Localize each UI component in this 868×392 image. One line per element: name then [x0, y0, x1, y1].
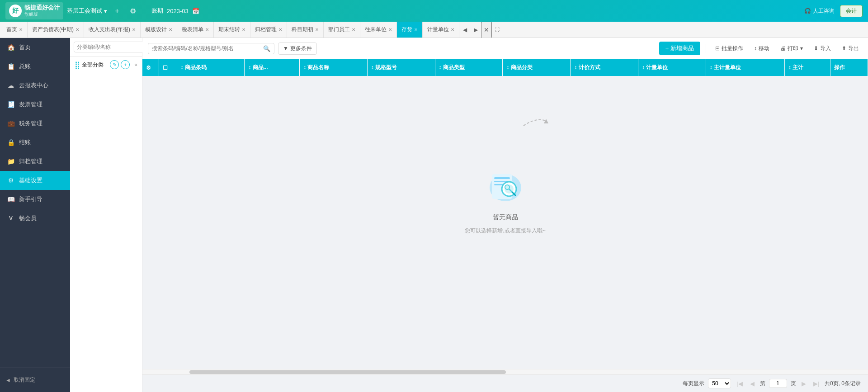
page-size-select[interactable]: 50 100 200 — [708, 378, 731, 388]
move-icon: ↕ — [754, 45, 757, 52]
logo-text: 畅捷通好会计 旗舰版 — [24, 4, 60, 18]
home-icon: 🏠 — [7, 44, 14, 51]
product-table: ⚙ ☐ ↕ 商品条码 ↕ 商品... ↕ 商品名称 — [142, 59, 868, 76]
member-icon: V — [7, 215, 14, 222]
col-main-unit[interactable]: ↕ 主计量单位 — [706, 59, 784, 76]
logo-area: 好 畅捷通好会计 旗舰版 — [5, 2, 63, 19]
batch-operation-button[interactable]: ⊟ 批量操作 — [712, 43, 747, 54]
tab-subject-close[interactable]: ✕ — [315, 27, 319, 32]
batch-icon: ⊟ — [715, 45, 720, 52]
category-header[interactable]: ⣿ 全部分类 ✎ + « — [70, 57, 142, 73]
filter-button[interactable]: ▼ 更多条件 — [278, 43, 317, 55]
tab-close-all-button[interactable]: ✕ — [481, 22, 492, 38]
print-button[interactable]: 🖨 打印 ▾ — [777, 43, 807, 54]
sidebar-item-guide[interactable]: 📖 新手引导 — [0, 190, 70, 209]
sidebar-item-checkout[interactable]: 🔒 结账 — [0, 133, 70, 152]
empty-state: 暂无商品 您可以选择新增,或者直接导入哦~ — [142, 76, 868, 271]
sidebar-item-reports[interactable]: ☁ 云报表中心 — [0, 76, 70, 95]
tab-home[interactable]: 首页 ✕ — [2, 22, 28, 38]
scroll-thumb[interactable] — [189, 370, 506, 374]
tab-tax-list[interactable]: 税表清单 ✕ — [177, 22, 214, 38]
col-type[interactable]: ↕ 商品类型 — [435, 59, 503, 76]
export-button[interactable]: ⬆ 导出 — [838, 43, 863, 54]
tab-template-close[interactable]: ✕ — [169, 27, 172, 32]
next-page-button[interactable]: ▶ — [800, 379, 808, 388]
import-icon: ⬇ — [814, 45, 818, 52]
col-spec[interactable]: ↕ 规格型号 — [367, 59, 435, 76]
first-page-button[interactable]: |◀ — [735, 379, 744, 388]
search-icon[interactable]: 🔍 — [263, 45, 270, 52]
calendar-icon[interactable]: 📅 — [192, 8, 199, 14]
prev-page-button[interactable]: ◀ — [748, 379, 756, 388]
sidebar-item-settings[interactable]: ⚙ 基础设置 — [0, 171, 70, 190]
category-search-input[interactable] — [74, 42, 148, 52]
category-grid-icon: ⣿ — [75, 61, 80, 69]
last-page-button[interactable]: ▶| — [811, 379, 821, 388]
tab-taxlist-close[interactable]: ✕ — [205, 27, 209, 32]
col-checkbox[interactable]: ☐ — [159, 59, 177, 76]
edit-category-button[interactable]: ✎ — [110, 60, 119, 69]
add-product-button[interactable]: + 新增商品 — [659, 42, 700, 55]
tab-archive-close[interactable]: ✕ — [278, 27, 282, 32]
checkout-icon: 🔒 — [7, 139, 14, 146]
account-button[interactable]: 会计 — [840, 5, 863, 17]
tab-contacts-close[interactable]: ✕ — [388, 27, 392, 32]
col-unit[interactable]: ↕ 计量单位 — [638, 59, 706, 76]
product-search-input[interactable] — [152, 45, 261, 52]
tab-balance-close[interactable]: ✕ — [75, 27, 79, 32]
cancel-fixed-button[interactable]: ◄ 取消固定 — [0, 373, 70, 387]
tab-balance-sheet[interactable]: 资产负债表(中期) ✕ — [28, 22, 84, 38]
sidebar-item-invoice[interactable]: 🧾 发票管理 — [0, 95, 70, 114]
tab-income-close[interactable]: ✕ — [132, 27, 136, 32]
sidebar-item-member[interactable]: V 畅会员 — [0, 209, 70, 228]
tab-units[interactable]: 计量单位 ✕ — [423, 22, 459, 38]
tab-period-close[interactable]: ✕ — [242, 27, 245, 32]
page-number-input[interactable] — [769, 379, 787, 388]
tab-expand-button[interactable]: ⛶ — [492, 22, 503, 38]
print-icon: 🖨 — [780, 45, 786, 52]
tab-contacts[interactable]: 往来单位 ✕ — [360, 22, 397, 38]
tab-next-button[interactable]: ▶ — [470, 22, 481, 38]
sidebar-item-tax[interactable]: 💼 税务管理 — [0, 114, 70, 133]
tab-prev-button[interactable]: ◀ — [459, 22, 470, 38]
logo-icon: 好 — [9, 5, 22, 17]
pin-icon: ◄ — [5, 377, 11, 383]
sidebar-item-archive[interactable]: 📁 归档管理 — [0, 152, 70, 171]
tab-department[interactable]: 部门员工 ✕ — [324, 22, 360, 38]
col-main[interactable]: ↕ 主计 — [784, 59, 830, 76]
help-button[interactable]: 🎧 人工咨询 — [804, 7, 835, 15]
tab-income[interactable]: 收入支出表(年报) ✕ — [84, 22, 141, 38]
empty-title: 暂无商品 — [493, 213, 518, 222]
col-barcode[interactable]: ↕ 商品条码 — [177, 59, 245, 76]
svg-marker-0 — [544, 119, 548, 123]
tab-home-close[interactable]: ✕ — [19, 27, 23, 32]
col-category[interactable]: ↕ 商品分类 — [503, 59, 571, 76]
import-button[interactable]: ⬇ 导入 — [810, 43, 835, 54]
col-action: 操作 — [830, 59, 868, 76]
col-name[interactable]: ↕ 商品名称 — [299, 59, 367, 76]
collapse-panel-button[interactable]: « — [134, 61, 137, 68]
category-icon-group: ✎ + — [110, 60, 130, 69]
col-settings[interactable]: ⚙ — [142, 59, 159, 76]
top-bar: 好 畅捷通好会计 旗舰版 基层工会测试 ▾ ＋ ⚙ 账期 2023-03 📅 🎧… — [0, 0, 868, 22]
sidebar-item-ledger[interactable]: 📋 总账 — [0, 57, 70, 76]
col-price-method[interactable]: ↕ 计价方式 — [571, 59, 638, 76]
tab-archive[interactable]: 归档管理 ✕ — [250, 22, 287, 38]
settings-icon[interactable]: ⚙ — [127, 6, 139, 16]
tab-template[interactable]: 模版设计 ✕ — [141, 22, 177, 38]
tab-period-end[interactable]: 期末结转 ✕ — [214, 22, 250, 38]
tab-units-close[interactable]: ✕ — [451, 27, 454, 32]
tab-inventory-close[interactable]: ✕ — [414, 27, 418, 32]
chevron-down-icon: ▾ — [104, 8, 107, 14]
tab-subject-init[interactable]: 科目期初 ✕ — [287, 22, 324, 38]
main-content: 🔍 ▼ 更多条件 + 新增商品 ⊟ 批量操作 ↕ 移动 🖨 — [142, 38, 868, 392]
tab-inventory[interactable]: 存货 ✕ — [397, 22, 423, 38]
tab-dept-close[interactable]: ✕ — [352, 27, 355, 32]
sidebar-item-home[interactable]: 🏠 首页 — [0, 38, 70, 57]
col-code[interactable]: ↕ 商品... — [245, 59, 300, 76]
add-category-button[interactable]: + — [121, 60, 130, 69]
company-selector[interactable]: 基层工会测试 ▾ — [67, 7, 107, 15]
horizontal-scrollbar[interactable] — [142, 369, 868, 374]
add-company-button[interactable]: ＋ — [111, 5, 123, 17]
move-button[interactable]: ↕ 移动 — [750, 43, 773, 54]
